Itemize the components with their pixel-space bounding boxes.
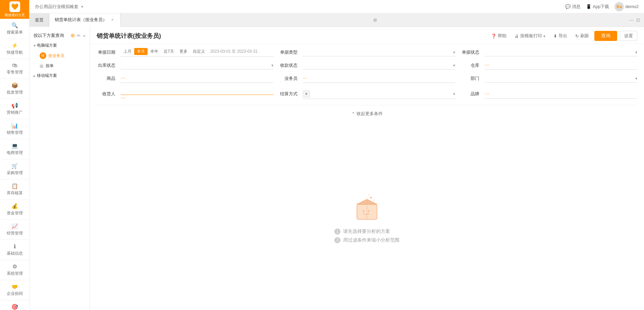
message-label: 消息 [572, 4, 581, 10]
settle-tag-close-icon[interactable]: × [305, 92, 308, 96]
sidebar-item-wholesale[interactable]: 📦 批发管理 [0, 79, 29, 99]
window-maximize-icon[interactable]: ⊡ [636, 17, 640, 22]
sidebar-item-sales[interactable]: 📊 销售管理 [0, 119, 29, 139]
date-btn-more[interactable]: 更多 [177, 48, 190, 55]
sidebar-item-label: 批发管理 [7, 90, 23, 95]
svg-point-5 [374, 200, 375, 201]
page-header: 销货单统计表(按业务员) ❓ 帮助 🖨 按模板打印 ⬇ 导出 [90, 27, 644, 44]
nav-dropdown-icon[interactable] [81, 4, 83, 9]
tree-item-child-label: 按业务员 [48, 53, 64, 59]
receiver-input[interactable] [121, 87, 273, 95]
marketing-icon: 📢 [11, 102, 18, 109]
sidebar-item-baseinfo[interactable]: ℹ 基础信息 [0, 240, 29, 260]
user-menu[interactable]: Ea demo2 [614, 2, 639, 11]
doctype-filter-control[interactable] [303, 48, 455, 56]
settle-dropdown-icon [453, 91, 455, 96]
sidebar-item-label: 销售管理 [7, 130, 23, 136]
sidebar-item-inventory[interactable]: 📋 库存核算 [0, 179, 29, 200]
message-btn[interactable]: 💬 消息 [565, 4, 581, 10]
sidebar-item-collab[interactable]: 🤝 企业协同 [0, 280, 29, 300]
print-btn[interactable]: 🖨 按模板打印 [512, 32, 548, 40]
export-btn[interactable]: ⬇ 导出 [551, 32, 570, 40]
brand-dots: ··· [485, 91, 489, 97]
receiver-filter-control[interactable]: ··· [121, 87, 273, 101]
settings-label: 设置 [624, 33, 633, 39]
salesperson-filter-control[interactable]: ··· [303, 74, 455, 83]
help-btn[interactable]: ❓ 帮助 [488, 32, 509, 40]
tree-item-by-salesperson[interactable]: 按 按业务员 [30, 50, 90, 61]
sidebar-item-marketing[interactable]: 📢 营销推广 [0, 99, 29, 119]
sidebar-item-ecommerce[interactable]: 💻 电商管理 [0, 139, 29, 159]
filter-row-1: 单据日期 上月 本月 本年 近7天 更多 自定义 2023-03-01 至 20… [97, 48, 637, 57]
date-btn-7days[interactable]: 近7天 [161, 48, 177, 55]
sidebar-item-newbie[interactable]: 🎯 新手引导 [0, 300, 29, 310]
print-icon: 🖨 [515, 34, 519, 39]
date-btn-thisyear[interactable]: 本年 [148, 48, 161, 55]
collab-icon: 🤝 [11, 283, 18, 290]
collapse-btn[interactable]: ⌃ 收起更多条件 [97, 109, 637, 119]
svg-point-4 [370, 197, 372, 199]
date-btn-custom[interactable]: 自定义 [190, 48, 208, 55]
sidebar-item-label: 快捷导航 [7, 50, 23, 55]
department-filter-control[interactable] [485, 74, 637, 83]
print-label: 按模板打印 [520, 33, 542, 39]
nav-title-area: 办公用品行业模拟账套 [35, 4, 83, 10]
brand-filter-control[interactable]: ··· [485, 90, 637, 99]
settle-tag[interactable]: × [303, 91, 310, 97]
page-actions: ❓ 帮助 🖨 按模板打印 ⬇ 导出 ↻ 刷新 [488, 31, 637, 41]
sidebar-item-system[interactable]: ⚙ 系统管理 [0, 260, 29, 280]
query-btn[interactable]: 查询 [594, 31, 617, 41]
sidebar-item-retail[interactable]: 🛍 零售管理 [0, 59, 29, 79]
app-download-btn[interactable]: 📱 App下载 [586, 4, 609, 10]
tab-close-icon[interactable]: × [110, 17, 115, 22]
tab-sales-report[interactable]: 销货单统计表（按业务员） × [49, 13, 121, 27]
settle-filter-label: 结算方式 [279, 91, 298, 97]
date-btn-thismonth[interactable]: 本月 [134, 48, 148, 55]
docstatus-filter-control[interactable] [485, 48, 637, 56]
settle-filter-control[interactable]: × [303, 89, 455, 99]
empty-tip-1: 1 请先选择要分析的方案 [334, 228, 399, 235]
add-scheme-icon[interactable]: ⊕ [70, 32, 75, 39]
tab-home[interactable]: 首页 [30, 13, 49, 27]
top-header: 办公用品行业模拟账套 💬 消息 📱 App下载 Ea demo2 [30, 0, 644, 13]
refresh-btn[interactable]: ↻ 刷新 [573, 32, 592, 40]
tab-expand-btn[interactable]: ⊞ [370, 17, 380, 22]
date-filter-label: 单据日期 [97, 49, 115, 55]
operations-icon: 📈 [11, 223, 18, 229]
system-icon: ⚙ [12, 263, 17, 270]
date-btn-lastmonth[interactable]: 上月 [121, 48, 134, 55]
settings-btn[interactable]: 设置 [620, 31, 637, 41]
brand-filter-label: 品牌 [461, 91, 479, 97]
paystatus-filter-control[interactable] [303, 61, 455, 69]
outstatus-filter-label: 出库状态 [97, 62, 115, 68]
sidebar-item-quicknav[interactable]: ⚡ 快捷导航 [0, 39, 29, 59]
window-minimize-icon[interactable]: — [629, 17, 634, 22]
department-filter-label: 部门 [461, 75, 479, 82]
collapse-icon: ⌃ [352, 111, 355, 116]
tree-item-desktop[interactable]: 电脑端方案 [30, 41, 90, 50]
filter-area: 单据日期 上月 本月 本年 近7天 更多 自定义 2023-03-01 至 20… [90, 44, 644, 124]
goods-filter-control[interactable]: ··· [121, 74, 273, 83]
inventory-icon: 📋 [11, 183, 18, 189]
app-logo[interactable]: 🧡 畅捷通好生意 [0, 0, 30, 19]
warehouse-filter-control[interactable]: ··· [485, 61, 637, 70]
sidebar-item-finance[interactable]: 💰 资金管理 [0, 200, 29, 220]
tree-item-mobile[interactable]: 移动端方案 [30, 71, 90, 81]
chevron-right-icon [34, 73, 36, 78]
salesperson-filter-label: 业务员 [279, 75, 298, 82]
tree-item-child-label: 按单 [46, 63, 54, 69]
tree-item-by-order[interactable]: ⊞ 按单 [30, 61, 90, 71]
date-range-text: 2023-03-01 至 2023-03-31 [210, 49, 258, 54]
sidebar: 🧡 畅捷通好生意 🔍 搜索菜单 ⚡ 快捷导航 🛍 零售管理 📦 批发管理 📢 营… [0, 0, 30, 310]
sidebar-item-purchase[interactable]: 🛒 采购管理 [0, 159, 29, 179]
edit-scheme-icon[interactable]: ✏ [77, 33, 81, 38]
sidebar-item-search[interactable]: 🔍 搜索菜单 [0, 19, 29, 39]
search-icon: 🔍 [11, 22, 18, 29]
right-panel: 销货单统计表(按业务员) ❓ 帮助 🖨 按模板打印 ⬇ 导出 [90, 27, 644, 310]
receiver-dots[interactable]: ··· [121, 95, 125, 101]
tip-1-number: 1 [334, 228, 340, 235]
outstatus-filter-control[interactable] [121, 61, 273, 69]
sidebar-item-operations[interactable]: 📈 经营管理 [0, 220, 29, 240]
collapse-scheme-icon[interactable]: « [83, 33, 86, 38]
empty-state: 1 请先选择要分析的方案 2 用过滤条件来缩小分析范围 [90, 124, 644, 310]
